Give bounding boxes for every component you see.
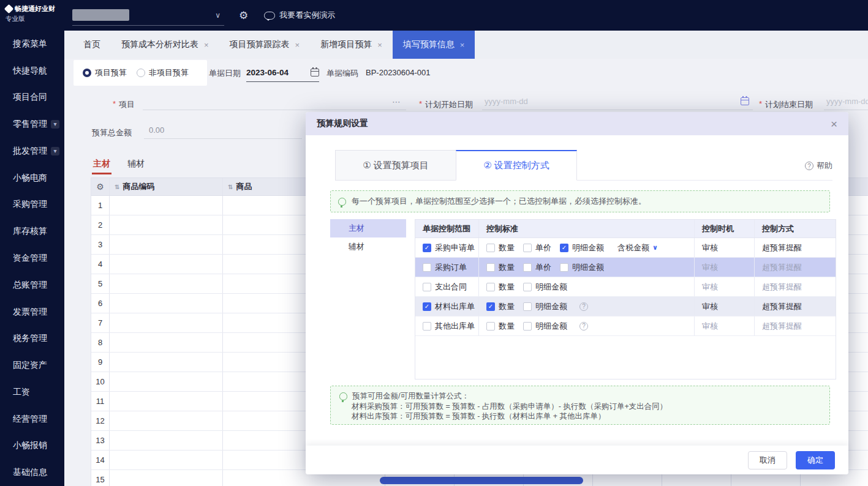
criteria-checkbox[interactable] (523, 263, 532, 272)
sidebar-item-5[interactable]: 批发管理▾ (0, 138, 64, 165)
criteria-item: 明细金额 (523, 301, 567, 312)
sidebar-item-label: 资金管理 (13, 253, 47, 264)
criteria-label: 数量 (499, 242, 515, 253)
grid-cell[interactable] (110, 450, 223, 469)
criteria-checkbox[interactable] (486, 322, 495, 331)
method-value: 超预算提醒 (762, 282, 802, 293)
plan-start-input[interactable]: yyyy-mm-dd (482, 93, 753, 110)
sidebar-item-1[interactable]: 搜索菜单 (0, 31, 64, 58)
horizontal-scrollbar-thumb[interactable] (380, 477, 583, 484)
sidebar-item-12[interactable]: 税务管理 (0, 325, 64, 352)
grid-cell[interactable] (110, 411, 223, 430)
criteria-checkbox[interactable] (486, 244, 495, 252)
sidebar-item-3[interactable]: 项目合同 (0, 84, 64, 111)
sidebar-item-10[interactable]: 总账管理 (0, 272, 64, 299)
tab-close-icon[interactable]: × (377, 40, 382, 50)
tab-close-icon[interactable]: × (295, 40, 300, 50)
sidebar-item-7[interactable]: 采购管理 (0, 192, 64, 219)
material-tab-2[interactable]: 辅材 (126, 155, 146, 173)
material-tab-1[interactable]: 主材 (92, 155, 111, 174)
doc-date-input[interactable]: 2023-06-04 (246, 64, 319, 82)
radio-nonproject-budget[interactable]: 非项目预算 (137, 67, 189, 78)
grid-cell[interactable] (110, 274, 223, 293)
calendar-icon[interactable] (311, 69, 319, 77)
page-tab-3[interactable]: 项目预算跟踪表× (219, 31, 311, 59)
grid-cell[interactable] (110, 431, 223, 450)
criteria-label: 数量 (499, 321, 515, 332)
criteria-checkbox[interactable] (486, 283, 495, 291)
sidebar-item-17[interactable]: 基础信息 (0, 459, 64, 486)
sidebar-item-8[interactable]: 库存核算 (0, 218, 64, 245)
grid-cell[interactable] (110, 235, 223, 254)
sidebar-item-11[interactable]: 发票管理 (0, 299, 64, 326)
criteria-checkbox[interactable] (523, 283, 532, 291)
timing-value: 审核 (702, 242, 718, 253)
criteria-checkbox[interactable]: ✓ (560, 244, 568, 252)
page-tab-1[interactable]: 首页 (73, 31, 111, 59)
page-tab-2[interactable]: 预算成本分析对比表× (111, 31, 219, 59)
grid-cell[interactable] (110, 470, 223, 486)
lightbulb-icon (338, 198, 346, 206)
criteria-checkbox[interactable]: ✓ (486, 302, 495, 311)
info-icon[interactable]: ? (579, 302, 588, 311)
criteria-checkbox[interactable] (523, 302, 532, 311)
radio-unselected-icon (137, 69, 145, 77)
close-icon[interactable]: × (831, 118, 837, 130)
sidebar-item-4[interactable]: 零售管理▾ (0, 111, 64, 138)
page-tab-4[interactable]: 新增项目预算× (310, 31, 393, 59)
criteria-checkbox[interactable] (523, 244, 532, 252)
dialog-tab-1[interactable]: ① 设置预算项目 (335, 150, 456, 181)
criteria-checkbox[interactable] (486, 263, 495, 272)
grid-cell[interactable] (110, 372, 223, 391)
project-input[interactable]: ⋯ (143, 93, 406, 110)
doc-checkbox[interactable] (423, 263, 431, 272)
tab-close-icon[interactable]: × (204, 40, 209, 50)
category-item-1[interactable]: 主材 (330, 219, 406, 237)
ellipsis-picker-icon[interactable]: ⋯ (392, 97, 401, 107)
grid-cell[interactable] (110, 294, 223, 313)
info-icon[interactable]: ? (579, 322, 588, 331)
calendar-icon[interactable] (741, 97, 749, 105)
criteria-checkbox[interactable] (523, 322, 532, 331)
grid-cell[interactable] (110, 392, 223, 411)
budget-total-label: 预算总金额 (92, 127, 132, 138)
required-mark: * (113, 99, 116, 108)
grid-cell[interactable] (110, 215, 223, 234)
category-item-2[interactable]: 辅材 (330, 237, 406, 256)
cancel-button[interactable]: 取消 (748, 451, 787, 469)
tax-amount-select[interactable]: 含税金额∨ (617, 242, 658, 253)
budget-total-input[interactable]: 0.00 (144, 122, 302, 139)
grid-cell[interactable] (110, 353, 223, 372)
sidebar-item-label: 工资 (13, 387, 30, 398)
sidebar-item-14[interactable]: 工资 (0, 379, 64, 406)
doc-checkbox[interactable] (423, 283, 431, 291)
sidebar-item-6[interactable]: 小畅电商 (0, 165, 64, 192)
sidebar-item-9[interactable]: 资金管理 (0, 245, 64, 272)
grid-cell[interactable] (110, 196, 223, 215)
tab-close-icon[interactable]: × (460, 40, 465, 50)
sidebar-item-13[interactable]: 固定资产 (0, 352, 64, 379)
help-link[interactable]: ? 帮助 (805, 160, 832, 171)
confirm-button[interactable]: 确定 (796, 451, 835, 469)
plan-end-input[interactable]: yyyy-mm-dd (824, 93, 868, 110)
criteria-checkbox[interactable] (560, 263, 568, 272)
page-tab-5[interactable]: 填写预算信息× (393, 31, 475, 59)
sidebar-item-2[interactable]: 快捷导航 (0, 58, 64, 84)
criteria-item: 数量 (486, 242, 515, 253)
grid-cell[interactable] (110, 255, 223, 274)
demo-link[interactable]: 我要看实例演示 (264, 10, 335, 21)
sidebar-item-16[interactable]: 小畅报销 (0, 432, 64, 459)
grid-cell[interactable] (110, 333, 223, 352)
org-selector[interactable]: ∨ (72, 6, 224, 26)
grid-cell[interactable] (110, 313, 223, 332)
gear-icon[interactable]: ⚙ (96, 182, 104, 192)
settings-gear-icon[interactable]: ⚙ (239, 9, 248, 22)
topbar: ∨ ⚙ 我要看实例演示 (64, 0, 868, 31)
criteria-label: 明细金额 (572, 242, 604, 253)
radio-project-budget[interactable]: 项目预算 (83, 67, 127, 78)
doc-checkbox[interactable]: ✓ (423, 244, 431, 252)
dialog-tab-2[interactable]: ② 设置控制方式 (456, 150, 577, 181)
sidebar-item-15[interactable]: 经营管理 (0, 406, 64, 433)
doc-checkbox[interactable]: ✓ (423, 302, 431, 311)
doc-checkbox[interactable] (423, 322, 431, 331)
